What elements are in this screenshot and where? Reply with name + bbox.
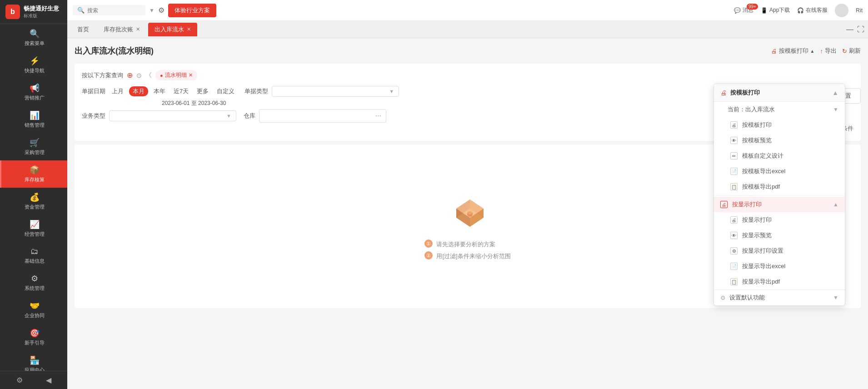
sidebar-item-label: 经营管理	[25, 231, 45, 238]
sidebar-settings-btn[interactable]: ⚙	[16, 376, 23, 384]
page-title-text: 出入库流水(流水明细)	[75, 45, 154, 56]
print-icon: 🖨	[771, 48, 777, 55]
topbar-search-box[interactable]: 🔍	[73, 5, 145, 15]
filter-bill-type-item: 单据类型 ▼	[244, 86, 399, 97]
topbar-service-btn[interactable]: 🎧 在线客服	[797, 6, 828, 14]
set-default-icon: ⚙	[720, 294, 726, 301]
basic-icon: 🗂	[30, 247, 39, 256]
warehouse-more-icon[interactable]: ···	[375, 112, 381, 120]
sidebar-item-shortcut[interactable]: ⚡ 快捷导航	[0, 51, 67, 79]
filter-tag-close-btn[interactable]: ✕	[189, 72, 193, 78]
sidebar-item-search[interactable]: 🔍 搜索菜单	[0, 24, 67, 51]
date-opt-thisyear[interactable]: 本年	[151, 86, 168, 96]
tab-batch-close[interactable]: ✕	[136, 26, 140, 32]
company-name: 畅捷通好生意	[24, 5, 59, 13]
refresh-label: 刷新	[849, 47, 861, 55]
appstore-icon: 🏪	[30, 355, 40, 365]
topbar-gear-icon[interactable]: ⚙	[158, 6, 165, 15]
topbar-app-btn[interactable]: 📱 App下载	[761, 6, 790, 14]
sidebar-item-sales[interactable]: 📊 销售管理	[0, 106, 67, 133]
design-icon: ✏	[730, 152, 738, 160]
dropdown-display-excel[interactable]: 📄 按显示导出excel	[714, 259, 845, 274]
filter-warehouse-item: 仓库 ···	[244, 109, 386, 123]
sidebar-item-label: 采购管理	[25, 149, 45, 156]
dropdown-display-pdf[interactable]: 📋 按显示导出pdf	[714, 274, 845, 289]
tab-minimize-icon[interactable]: —	[846, 25, 853, 34]
sidebar-item-guide[interactable]: 🎯 新手引导	[0, 324, 67, 351]
date-opt-lastmonth[interactable]: 上月	[109, 86, 126, 96]
sidebar-item-basic[interactable]: 🗂 基础信息	[0, 242, 67, 269]
sidebar-item-enterprise[interactable]: 🤝 企业协同	[0, 296, 67, 324]
dropdown-template-custom[interactable]: ✏ 模板自定义设计	[714, 148, 845, 164]
tab-home[interactable]: 首页	[71, 23, 95, 36]
purchase-icon: 🛒	[30, 138, 40, 148]
export-btn[interactable]: ↑ 导出	[820, 47, 837, 55]
filter-business-type-item: 业务类型 ▼	[82, 110, 236, 121]
date-opt-7days[interactable]: 近7天	[171, 86, 191, 96]
dropdown-template-print[interactable]: 🖨 按模板打印	[714, 117, 845, 133]
dropdown-current-item[interactable]: 当前：出入库流水 ▼	[714, 102, 845, 117]
dropdown-display-preview[interactable]: 👁 按显示预览	[714, 228, 845, 243]
tab-flow[interactable]: 出入库流水 ✕	[148, 23, 197, 36]
warehouse-select[interactable]: ···	[259, 109, 386, 123]
filter-add-btn[interactable]: ⊕	[127, 71, 133, 80]
sidebar-item-appstore[interactable]: 🏪 应用中心	[0, 351, 67, 371]
display-section-arrow: ▲	[833, 201, 838, 208]
dropdown-template-excel[interactable]: 📄 按模板导出excel	[714, 164, 845, 179]
dropdown-template-pdf[interactable]: 📋 按模板导出pdf	[714, 179, 845, 194]
search-chevron-icon[interactable]: ▼	[149, 7, 155, 14]
topbar-msg-btn[interactable]: 💬 消息 99+	[734, 6, 753, 14]
filter-collapse-icon[interactable]: 《	[145, 71, 152, 80]
sidebar-item-label: 搜索菜单	[25, 40, 45, 47]
sidebar-item-marketing[interactable]: 📢 营销推广	[0, 79, 67, 106]
print-template-btn[interactable]: 🖨 按模板打印 ▲	[771, 47, 815, 55]
sidebar-item-inventory[interactable]: 📦 库存核算	[0, 160, 67, 188]
msg-badge: 99+	[747, 4, 758, 10]
user-avatar[interactable]	[835, 4, 848, 17]
filter-label: 按以下方案查询	[82, 71, 123, 80]
sidebar-item-label: 库存核算	[25, 176, 45, 183]
dropdown-display-section-header[interactable]: 🖨 按显示打印 ▲	[714, 197, 845, 212]
search-input[interactable]	[87, 7, 133, 14]
display-excel-label: 按显示导出excel	[742, 262, 785, 270]
empty-step-1: ① 请先选择要分析的方案	[424, 239, 510, 250]
business-type-select[interactable]: ▼	[109, 110, 236, 121]
sidebar-collapse-btn[interactable]: ◀	[46, 376, 51, 384]
dropdown-display-print[interactable]: 🖨 按显示打印	[714, 212, 845, 228]
dropdown-display-settings[interactable]: ⚙ 按显示打印设置	[714, 243, 845, 259]
refresh-icon: ↻	[842, 48, 847, 55]
trial-btn[interactable]: 体验行业方案	[168, 4, 216, 17]
step-1-num: ①	[424, 239, 433, 248]
export-label: 导出	[825, 47, 837, 55]
empty-step-2: ② 用[过滤]条件来缩小分析范围	[424, 250, 510, 262]
date-options: 上月 本月 本年 近7天 更多 自定义	[109, 86, 237, 96]
msg-icon: 💬	[734, 7, 741, 14]
tab-flow-close[interactable]: ✕	[187, 26, 191, 32]
date-opt-thismonth[interactable]: 本月	[129, 86, 148, 96]
bill-type-select[interactable]: ▼	[272, 86, 399, 97]
set-default-arrow: ▼	[833, 294, 838, 301]
refresh-btn[interactable]: ↻ 刷新	[842, 47, 861, 55]
sidebar-bottom: ⚙ ◀	[0, 371, 67, 389]
business-type-label: 业务类型	[82, 112, 105, 120]
sidebar-item-purchase[interactable]: 🛒 采购管理	[0, 133, 67, 160]
sidebar-item-finance[interactable]: 💰 资金管理	[0, 188, 67, 215]
dropdown-template-preview[interactable]: 👁 按模板预览	[714, 133, 845, 148]
sidebar-item-label: 系统管理	[25, 285, 45, 292]
sales-icon: 📊	[30, 110, 40, 120]
sidebar-item-operation[interactable]: 📈 经营管理	[0, 215, 67, 242]
preview-icon: 👁	[730, 137, 738, 144]
app-label: App下载	[769, 6, 790, 14]
sidebar-item-label: 企业协同	[25, 312, 45, 319]
sidebar-item-system[interactable]: ⚙ 系统管理	[0, 269, 67, 296]
sidebar: b 畅捷通好生意 标准版 🔍 搜索菜单 ⚡ 快捷导航 📢 营销推广 📊 销售管理	[0, 0, 67, 389]
filter-settings-icon[interactable]: ⊙	[136, 72, 142, 79]
tab-expand-icon[interactable]: ⛶	[857, 25, 864, 34]
display-settings-icon: ⚙	[730, 247, 738, 254]
tab-batch[interactable]: 库存批次账 ✕	[97, 23, 146, 36]
dropdown-up-btn[interactable]: ▲	[832, 89, 838, 96]
date-opt-custom[interactable]: 自定义	[214, 86, 237, 96]
dropdown-set-default[interactable]: ⚙ 设置默认功能 ▼	[714, 289, 845, 305]
date-opt-more[interactable]: 更多	[194, 86, 211, 96]
sidebar-logo: b 畅捷通好生意 标准版	[0, 0, 67, 24]
